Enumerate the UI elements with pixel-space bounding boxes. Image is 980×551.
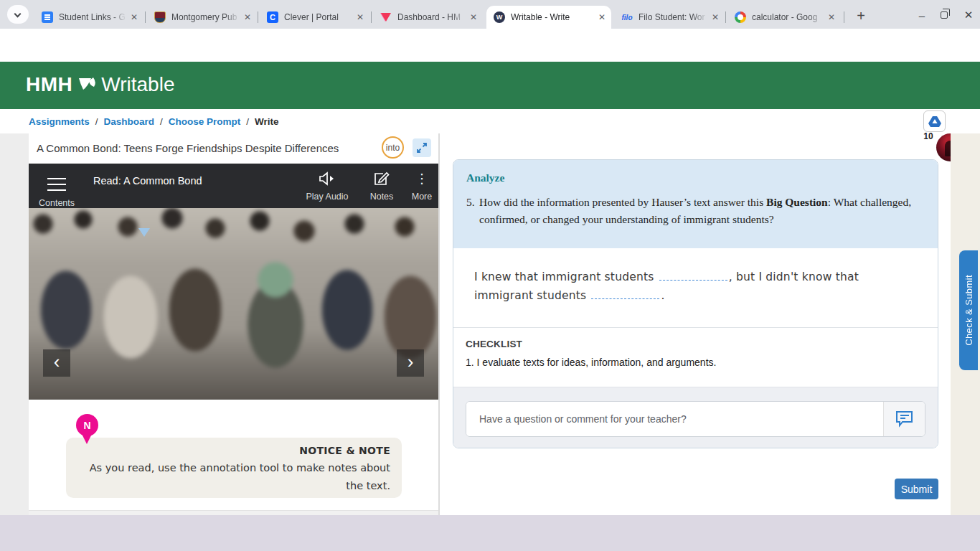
breadcrumb-separator: / bbox=[160, 116, 163, 127]
tab-close-icon[interactable]: ✕ bbox=[470, 12, 477, 22]
tab-student-links[interactable]: Student Links - G ✕ bbox=[34, 6, 143, 29]
tab-title: Student Links - G bbox=[59, 12, 126, 22]
sentence-frame[interactable]: I knew that immigrant students , but I d… bbox=[453, 248, 938, 327]
notice-note-heading: NOTICE & NOTE bbox=[77, 445, 390, 456]
crowd-photo-art bbox=[29, 208, 438, 400]
contents-label: Contents bbox=[34, 198, 79, 208]
question-text: How did the information presented by Hau… bbox=[479, 194, 925, 228]
google-favicon-icon bbox=[735, 11, 746, 23]
tab-title: Filo Student: Wor bbox=[639, 12, 707, 22]
horizontal-scrollbar[interactable] bbox=[29, 510, 438, 515]
hmh-favicon-icon bbox=[380, 11, 392, 23]
tab-title: calculator - Goog bbox=[752, 12, 824, 22]
breadcrumb-separator: / bbox=[246, 116, 249, 127]
notes-label: Notes bbox=[370, 192, 394, 202]
analyze-section: Analyze 5. How did the information prese… bbox=[453, 160, 938, 248]
answer-blank-2[interactable] bbox=[591, 289, 659, 299]
annotation-marker-icon[interactable] bbox=[138, 228, 150, 237]
expand-icon bbox=[417, 143, 427, 153]
chat-bubble-icon bbox=[906, 140, 922, 154]
tab-dashboard-hmh[interactable]: Dashboard - HM ✕ bbox=[373, 6, 483, 29]
tab-filo[interactable]: filo Filo Student: Wor ✕ bbox=[614, 6, 725, 29]
comment-section bbox=[453, 387, 938, 448]
tab-title: Writable - Write bbox=[511, 12, 594, 22]
question-bold: Big Question bbox=[766, 196, 828, 208]
reader-title: Read: A Common Bond bbox=[93, 175, 202, 187]
checklist-section: CHECKLIST 1. I evaluate texts for ideas,… bbox=[453, 327, 938, 387]
breadcrumb: Assignments / Dashboard / Choose Prompt … bbox=[29, 109, 279, 133]
tab-close-icon[interactable]: ✕ bbox=[131, 12, 138, 22]
new-tab-button[interactable]: + bbox=[851, 6, 871, 26]
writable-favicon-icon: W bbox=[494, 11, 505, 23]
into-program-badge: into bbox=[382, 136, 404, 159]
tab-close-icon[interactable]: ✕ bbox=[598, 12, 606, 22]
docs-favicon-icon bbox=[42, 11, 53, 23]
tab-writable-active[interactable]: W Writable - Write ✕ bbox=[486, 6, 611, 29]
analyze-heading: Analyze bbox=[466, 171, 925, 184]
tab-calculator[interactable]: calculator - Goog ✕ bbox=[727, 6, 841, 29]
chevron-down-icon bbox=[14, 11, 22, 18]
send-comment-button[interactable] bbox=[883, 402, 925, 436]
breadcrumb-assignments[interactable]: Assignments bbox=[29, 116, 90, 127]
play-audio-label: Play Audio bbox=[306, 192, 348, 202]
notes-pencil-icon bbox=[373, 171, 390, 187]
tab-separator bbox=[844, 11, 844, 23]
window-close-button[interactable]: ✕ bbox=[959, 6, 978, 24]
play-audio-button[interactable]: Play Audio bbox=[304, 169, 350, 204]
comment-bubble-icon bbox=[895, 410, 914, 428]
tab-title: Dashboard - HM bbox=[397, 12, 466, 22]
tab-search-button[interactable] bbox=[7, 5, 29, 24]
submit-button[interactable]: Submit bbox=[895, 479, 938, 499]
answer-blank-1[interactable] bbox=[659, 270, 727, 281]
hmh-writable-logo: HMH Writable bbox=[26, 73, 174, 96]
check-and-submit-tab[interactable]: Check & Submit bbox=[959, 250, 978, 370]
breadcrumb-current-write: Write bbox=[255, 116, 279, 127]
tab-title: Clever | Portal bbox=[284, 12, 352, 22]
question-row: 5. How did the information presented by … bbox=[466, 194, 925, 228]
restore-icon bbox=[941, 11, 948, 19]
speaker-icon bbox=[318, 171, 336, 187]
window-restore-button[interactable] bbox=[935, 6, 953, 24]
comment-box bbox=[466, 401, 925, 437]
reader-more-button[interactable]: ⋮ More bbox=[405, 169, 439, 204]
notes-button[interactable]: Notes bbox=[359, 169, 405, 204]
crest-favicon-icon bbox=[154, 11, 166, 23]
breadcrumb-choose-prompt[interactable]: Choose Prompt bbox=[169, 116, 241, 127]
notice-note-card: NOTICE & NOTE As you read, use the annot… bbox=[66, 438, 402, 498]
more-label: More bbox=[412, 192, 432, 202]
screen: Student Links - G ✕ Montgomery Pub ✕ C C… bbox=[0, 0, 980, 551]
article-photo: ‹ › bbox=[29, 208, 438, 400]
question-number: 5. bbox=[466, 194, 479, 228]
contents-button[interactable]: Contents bbox=[34, 169, 79, 204]
breadcrumb-dashboard[interactable]: Dashboard bbox=[104, 116, 155, 127]
google-drive-button[interactable] bbox=[923, 110, 946, 132]
expand-reader-button[interactable] bbox=[413, 138, 431, 157]
tab-close-icon[interactable]: ✕ bbox=[357, 12, 364, 22]
tab-close-icon[interactable]: ✕ bbox=[828, 12, 835, 22]
carousel-prev-button[interactable]: ‹ bbox=[43, 349, 70, 377]
tab-close-icon[interactable]: ✕ bbox=[244, 12, 251, 22]
frame-text-3: . bbox=[661, 289, 664, 302]
notice-note-body: As you read, use the annotation tool to … bbox=[77, 459, 390, 495]
tab-montgomery[interactable]: Montgomery Pub ✕ bbox=[147, 6, 257, 29]
browser-toolbar: ← → ↻ app.writable.com/writing?goalId=bf… bbox=[0, 29, 980, 62]
chromeos-shelf: Sign out 1 May 8 8:26 EXTD bbox=[0, 515, 980, 551]
notice-note-pin-icon: N bbox=[76, 414, 98, 446]
reader-toolbar: Contents Read: A Common Bond Play Audio … bbox=[29, 164, 438, 208]
clever-favicon-icon: C bbox=[267, 11, 278, 23]
tab-close-icon[interactable]: ✕ bbox=[712, 12, 719, 22]
browser-tab-strip: Student Links - G ✕ Montgomery Pub ✕ C C… bbox=[0, 0, 980, 29]
tab-separator bbox=[725, 11, 726, 23]
more-dots-icon: ⋮ bbox=[405, 171, 439, 187]
pin-letter: N bbox=[76, 414, 98, 436]
tab-clever[interactable]: C Clever | Portal ✕ bbox=[260, 6, 369, 29]
question-pre: How did the information presented by Hau… bbox=[479, 196, 766, 208]
hamburger-icon bbox=[47, 178, 66, 180]
brand-writable-text: Writable bbox=[101, 73, 174, 96]
carousel-next-button[interactable]: › bbox=[397, 349, 424, 377]
tab-title: Montgomery Pub bbox=[171, 12, 240, 22]
reading-title-row: A Common Bond: Teens Forge Friendships D… bbox=[29, 133, 438, 164]
window-minimize-button[interactable]: – bbox=[913, 6, 931, 24]
tab-separator bbox=[145, 11, 146, 23]
teacher-comment-input[interactable] bbox=[466, 402, 883, 436]
